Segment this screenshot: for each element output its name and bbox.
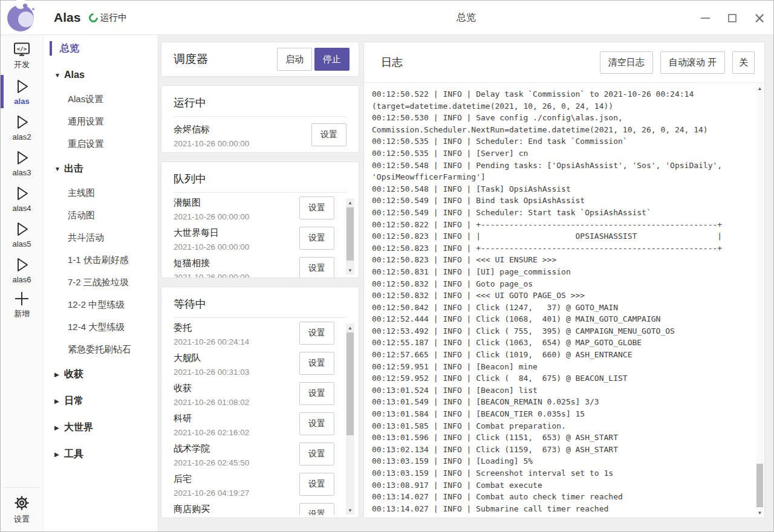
start-button[interactable]: 启动 — [277, 48, 312, 71]
scroll-down-icon[interactable]: ▼ — [346, 266, 354, 274]
task-row: 委托 2021-10-26 00:24:14 设置 — [174, 318, 334, 348]
menu-item-overview[interactable]: 总览 — [44, 35, 158, 62]
rail-item-settings-label: 设置 — [14, 514, 30, 525]
close-button[interactable]: × — [754, 13, 765, 24]
play-icon — [13, 113, 31, 131]
dev-monitor-icon: </> — [13, 42, 31, 58]
rail-instance[interactable]: alas5 — [1, 216, 43, 252]
task-setting-button[interactable]: 设置 — [299, 196, 334, 219]
pending-panel: 队列中 潜艇图 2021-10-26 00:00:00 设置 大世界每日 202… — [161, 161, 359, 278]
task-row: 商店购买 设置 — [174, 499, 334, 515]
task-row: 短猫相接 2021-10-26 00:00:00 设置 — [174, 253, 334, 278]
menu-item[interactable]: 12-4 大型练级 — [44, 316, 158, 339]
autoscroll-on-button[interactable]: 自动滚动 开 — [660, 51, 725, 74]
page-title: 总览 — [457, 11, 476, 24]
maximize-button[interactable] — [727, 13, 738, 24]
log-scrollbar[interactable]: ▲ ▼ — [756, 84, 764, 517]
menu-group-header[interactable]: ▶ 大世界 — [44, 414, 158, 441]
minimize-button[interactable] — [700, 13, 711, 24]
log-line: 00:12:59.951 | INFO | [Beacon] mine — [372, 361, 756, 373]
alas-logo-icon — [7, 3, 36, 32]
menu-group-header[interactable]: ▼ Alas — [44, 62, 158, 88]
pending-task-list[interactable]: 潜艇图 2021-10-26 00:00:00 设置 大世界每日 2021-10… — [174, 193, 334, 278]
task-setting-button[interactable]: 设置 — [299, 227, 334, 250]
task-setting-button[interactable]: 设置 — [299, 322, 334, 345]
log-panel: 日志 清空日志 自动滚动 开 关 00:12:50.522 | INFO | D… — [363, 42, 765, 518]
menu-group-header[interactable]: ▶ 收获 — [44, 361, 158, 388]
rail-instance[interactable]: alas3 — [1, 145, 43, 181]
task-setting-button[interactable]: 设置 — [299, 257, 334, 278]
menu-group-header[interactable]: ▼ 出击 — [44, 155, 158, 182]
log-line: 00:12:50.822 | INFO | +-----------------… — [372, 219, 756, 231]
rail-item-settings[interactable]: 设置 — [4, 487, 39, 531]
menu-group-label: 日常 — [64, 395, 83, 407]
log-line: 00:12:50.823 | INFO | +-----------------… — [372, 242, 756, 255]
task-setting-button[interactable]: 设置 — [311, 123, 346, 146]
clear-log-button[interactable]: 清空日志 — [600, 51, 653, 74]
autoscroll-off-button[interactable]: 关 — [732, 51, 755, 74]
menu-overview-label: 总览 — [60, 42, 79, 55]
menu-group-label: 收获 — [64, 368, 83, 381]
menu-item[interactable]: 通用设置 — [44, 111, 158, 133]
active-indicator-bar — [50, 41, 52, 56]
rail-instance[interactable]: alas4 — [1, 181, 43, 216]
play-icon — [13, 184, 31, 203]
pending-title: 队列中 — [174, 168, 346, 193]
menu-item[interactable]: 7-2 三战捡垃圾 — [44, 271, 158, 294]
plus-icon — [13, 290, 30, 307]
rail-instance-label: alas5 — [12, 239, 31, 248]
task-setting-button[interactable]: 设置 — [299, 382, 334, 405]
menu-item[interactable]: 主线图 — [44, 182, 158, 204]
task-setting-button[interactable]: 设置 — [299, 443, 334, 465]
menu-item[interactable]: 共斗活动 — [44, 227, 158, 249]
scrollbar-thumb[interactable] — [346, 207, 354, 261]
menu-item[interactable]: Alas设置 — [44, 88, 158, 111]
gear-icon — [12, 493, 31, 513]
menu-group-label: 出击 — [64, 163, 83, 175]
scroll-up-icon[interactable]: ▲ — [346, 323, 354, 332]
task-row: 大世界每日 2021-10-26 00:00:00 设置 — [174, 223, 334, 253]
scroll-down-icon[interactable]: ▼ — [346, 506, 354, 514]
menu-group-header[interactable]: ▶ 日常 — [44, 388, 158, 414]
scrollbar-thumb[interactable] — [756, 464, 763, 507]
waiting-scrollbar[interactable]: ▲ ▼ — [346, 323, 354, 514]
menu-item[interactable]: 活动图 — [44, 204, 158, 227]
menu-item[interactable]: 重启设置 — [44, 133, 158, 155]
log-output[interactable]: 00:12:50.522 | INFO | Delay task `Commis… — [364, 83, 756, 517]
menu-group-header[interactable]: ▶ 工具 — [44, 441, 158, 467]
task-setting-button[interactable]: 设置 — [299, 352, 334, 375]
scroll-up-icon[interactable]: ▲ — [346, 198, 354, 207]
rail-instance-label: alas6 — [12, 275, 31, 284]
menu-item[interactable]: 1-1 伏击刷好感 — [44, 249, 158, 271]
minimize-icon — [701, 18, 710, 19]
log-line: 00:12:50.522 | INFO | Delay task `Commis… — [372, 88, 756, 100]
task-setting-button[interactable]: 设置 — [299, 412, 334, 435]
log-line: 00:13:08.917 | INFO | Combat execute — [372, 479, 756, 491]
scroll-down-icon[interactable]: ▼ — [756, 508, 764, 517]
rail-instance[interactable]: alas2 — [1, 109, 43, 145]
play-icon — [13, 77, 31, 96]
chevron-icon: ▶ — [54, 371, 64, 378]
stop-button[interactable]: 停止 — [314, 48, 350, 71]
rail-instance-list: alas alas2 — [1, 74, 43, 288]
rail-item-dev[interactable]: </> 开发 — [1, 38, 43, 74]
menu-group-label: 大世界 — [64, 421, 93, 434]
menu-group-list: ▼ Alas Alas设置 通用设置 重启设置 — [44, 62, 158, 467]
scroll-up-icon[interactable]: ▲ — [756, 84, 764, 92]
rail-instance[interactable]: alas6 — [1, 252, 43, 288]
menu-item[interactable]: 12-2 中型练级 — [44, 294, 158, 316]
task-setting-button[interactable]: 设置 — [299, 503, 334, 515]
task-setting-button[interactable]: 设置 — [299, 473, 334, 496]
menu-item[interactable]: 紧急委托刷钻石 — [44, 339, 158, 361]
pending-scrollbar[interactable]: ▲ ▼ — [346, 198, 354, 274]
scrollbar-thumb[interactable] — [346, 332, 354, 435]
active-indicator-bar — [1, 75, 4, 108]
log-line: 00:13:01.585 | INFO | Combat preparation… — [372, 420, 756, 432]
log-line: 00:12:50.842 | INFO | Click (1247, 37) @… — [372, 302, 756, 314]
rail-instance[interactable]: alas — [1, 74, 43, 109]
log-line: 00:13:03.159 | INFO | Screenshot interva… — [372, 467, 756, 479]
rail-item-add[interactable]: 新增 — [1, 288, 43, 322]
waiting-task-list[interactable]: 委托 2021-10-26 00:24:14 设置 大舰队 2021-10-26… — [174, 318, 334, 515]
log-line: 00:13:01.549 | INFO | [BEACON_REMAIN 0.0… — [372, 396, 756, 408]
menu-group-label: Alas — [64, 70, 85, 80]
